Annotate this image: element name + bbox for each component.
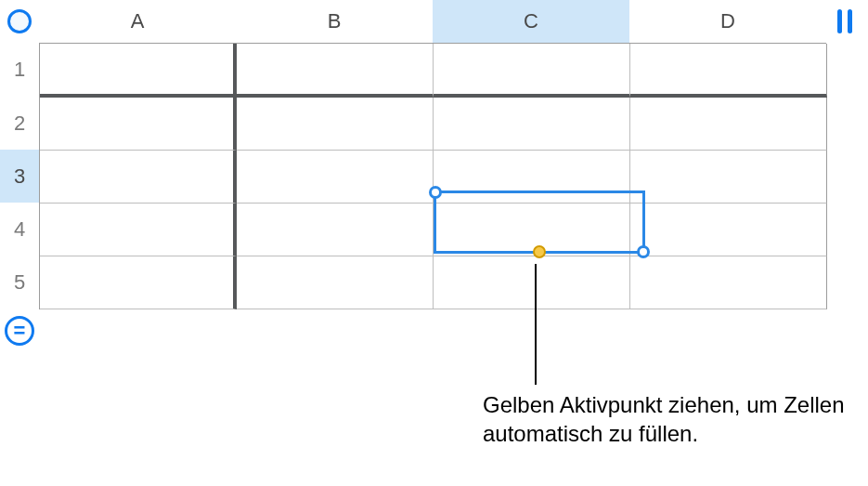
cell-C3[interactable] (434, 151, 630, 204)
row-header-3[interactable]: 3 (0, 150, 39, 203)
row-4 (40, 204, 826, 256)
cell-A5[interactable] (40, 256, 237, 309)
cell-B3[interactable] (237, 151, 434, 204)
cell-C1[interactable] (434, 44, 630, 98)
cell-C4[interactable] (434, 204, 630, 256)
cell-A2[interactable] (40, 98, 237, 151)
column-header-D[interactable]: D (629, 0, 826, 43)
row-header-2[interactable]: 2 (0, 97, 39, 150)
cell-B5[interactable] (237, 256, 434, 309)
ring-icon (7, 9, 32, 33)
table-corner-handle[interactable] (0, 0, 39, 43)
cell-D1[interactable] (630, 44, 827, 98)
cell-A3[interactable] (40, 151, 237, 204)
column-header-row: A B C D (0, 0, 868, 43)
cell-D2[interactable] (630, 98, 827, 151)
row-header-4[interactable]: 4 (0, 203, 39, 256)
add-column-handle[interactable] (826, 0, 863, 43)
cell-B2[interactable] (237, 98, 434, 151)
spreadsheet-table: A B C D (0, 0, 868, 309)
row-1 (40, 44, 826, 98)
callout-text: Gelben Aktivpunkt ziehen, um Zellen auto… (483, 390, 854, 448)
row-header-5[interactable]: 5 (0, 256, 39, 309)
cells-grid (39, 43, 826, 309)
column-header-B[interactable]: B (236, 0, 433, 43)
column-header-A[interactable]: A (39, 0, 236, 43)
row-5 (40, 256, 826, 309)
columns-icon (837, 9, 852, 33)
cell-A4[interactable] (40, 204, 237, 256)
row-3 (40, 151, 826, 204)
cell-B1[interactable] (237, 44, 434, 98)
callout-leader-line (535, 264, 537, 385)
row-header-1[interactable]: 1 (0, 43, 39, 97)
cell-D5[interactable] (630, 256, 827, 309)
formula-button[interactable]: = (5, 316, 34, 346)
row-header-column: 1 2 3 4 5 (0, 43, 39, 309)
cell-C5[interactable] (434, 256, 630, 309)
cell-C2[interactable] (434, 98, 630, 151)
cell-D3[interactable] (630, 151, 827, 204)
cell-D4[interactable] (630, 204, 827, 256)
row-2 (40, 98, 826, 151)
cell-B4[interactable] (237, 204, 434, 256)
column-header-C[interactable]: C (433, 0, 629, 43)
cell-A1[interactable] (40, 44, 237, 98)
